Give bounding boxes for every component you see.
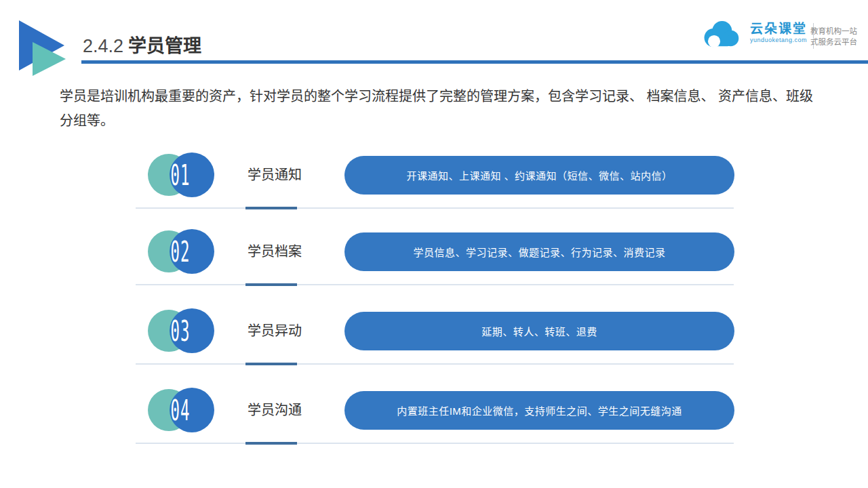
step-number-badge: 04	[148, 388, 216, 432]
row-divider-accent	[245, 283, 297, 286]
feature-row-communication: 04 学员沟通 内置班主任IM和企业微信，支持师生之间、学生之间无缝沟通	[0, 386, 868, 447]
step-number-badge: 01	[148, 152, 216, 197]
feature-row-notifications: 01 学员通知 开课通知、上课通知 、约课通知（短信、微信、站内信）	[0, 150, 868, 211]
brand-tagline-line1: 教育机构一站	[810, 26, 857, 37]
feature-row-changes: 03 学员异动 延期、转人、转班、退费	[0, 306, 868, 367]
feature-label: 学员异动	[224, 306, 326, 355]
brand-tagline: 教育机构一站 式服务云平台	[810, 26, 857, 47]
triangle-icon	[33, 42, 66, 76]
feature-description-pill: 学员信息、学习记录、做题记录、行为记录、消费记录	[344, 232, 734, 271]
section-title: 学员管理	[128, 36, 201, 56]
intro-paragraph: 学员是培训机构最重要的资产，针对学员的整个学习流程提供了完整的管理方案，包含学习…	[60, 84, 826, 133]
brand-tagline-line2: 式服务云平台	[810, 37, 857, 47]
step-number-badge: 03	[148, 308, 216, 353]
feature-row-profiles: 02 学员档案 学员信息、学习记录、做题记录、行为记录、消费记录	[0, 227, 868, 288]
step-number: 02	[163, 229, 197, 274]
slide: 2.4.2学员管理 云朵课堂 yunduoketang.com 教育机构一站 式…	[0, 0, 868, 488]
row-divider-accent	[245, 207, 297, 209]
row-divider	[136, 207, 734, 209]
step-number: 04	[163, 388, 197, 432]
brand-domain: yunduoketang.com	[750, 37, 807, 44]
row-divider-accent	[245, 363, 297, 365]
row-divider	[136, 443, 734, 444]
brand-text: 云朵课堂 yunduoketang.com	[750, 22, 807, 44]
step-number: 03	[163, 308, 197, 353]
feature-label: 学员沟通	[224, 386, 326, 434]
row-divider	[136, 363, 734, 365]
step-number: 01	[163, 152, 197, 197]
step-number-badge: 02	[148, 229, 216, 274]
title-underline	[81, 60, 868, 64]
row-divider	[136, 284, 734, 285]
feature-description-pill: 开课通知、上课通知 、约课通知（短信、微信、站内信）	[344, 156, 734, 195]
row-divider-accent	[245, 442, 297, 445]
page-title: 2.4.2学员管理	[83, 35, 201, 57]
brand-name: 云朵课堂	[750, 22, 807, 37]
feature-label: 学员档案	[224, 227, 326, 276]
cloud-icon	[701, 19, 741, 53]
section-number: 2.4.2	[83, 36, 123, 56]
feature-label: 学员通知	[224, 150, 326, 199]
feature-description-pill: 延期、转人、转班、退费	[344, 312, 734, 350]
feature-description-pill: 内置班主任IM和企业微信，支持师生之间、学生之间无缝沟通	[344, 391, 734, 430]
